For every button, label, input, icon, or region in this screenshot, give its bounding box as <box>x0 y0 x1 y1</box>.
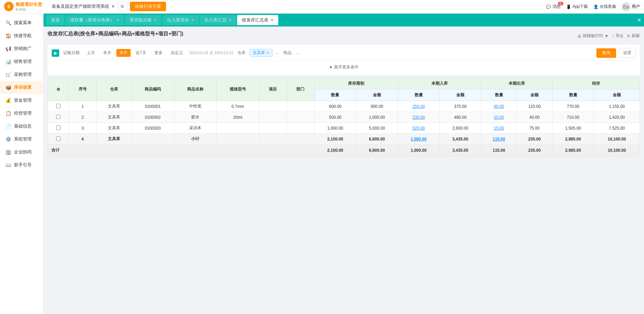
row-project <box>259 123 286 134</box>
row-open-qty: 600.00 <box>314 101 356 112</box>
tab-bar-right: ✕ <box>637 17 641 23</box>
online-service-action[interactable]: 👤 在线客服 <box>593 4 616 10</box>
row-out-qty[interactable]: 115.00 <box>481 134 516 145</box>
query-button[interactable]: 查询 <box>596 48 616 58</box>
tab-home-label: 首页 <box>51 17 60 23</box>
row-checkbox[interactable] <box>56 115 61 119</box>
row-warehouse: 文具库 <box>96 112 131 123</box>
content-area: 首页 现存量（库存分布表） ✕ 库存批次账 ✕ 出入库流水 ✕ 出入库汇总 ✕ … <box>44 14 644 314</box>
row-in-qty[interactable]: 1,000.00 <box>398 134 440 145</box>
row-out-qty[interactable]: 80.00 <box>481 101 516 112</box>
row-checkbox[interactable] <box>56 136 61 141</box>
product-more-icon[interactable]: ··· <box>296 50 300 56</box>
user-area[interactable]: Ea 用户 <box>622 2 640 11</box>
tab-inout-flow[interactable]: 出入库流水 ✕ <box>162 15 199 25</box>
sidebar-item-enterprise[interactable]: 🏢 企业协同 <box>0 146 43 159</box>
row-checkbox[interactable] <box>56 126 61 130</box>
col-open-stock-header: 库存期初 <box>314 78 398 89</box>
row-bal-qty: 2,985.00 <box>552 134 594 145</box>
row-out-qty[interactable]: 20.00 <box>481 112 516 123</box>
warehouse-tag[interactable]: 文具库 ✕ <box>250 49 273 57</box>
sidebar-item-guide[interactable]: 📖 新手引导 <box>0 159 43 171</box>
warehouse-tag-close[interactable]: ✕ <box>266 51 269 55</box>
tab-home[interactable]: 首页 <box>46 15 65 25</box>
row-checkbox[interactable] <box>48 123 69 134</box>
tab-close-inout-flow[interactable]: ✕ <box>191 18 194 22</box>
tab-close-inout-summary[interactable]: ✕ <box>229 18 232 22</box>
date-btn-more[interactable]: 更多 <box>151 49 166 57</box>
tab-recv-send-summary[interactable]: 收发存汇总表 ✕ <box>237 15 278 25</box>
row-checkbox[interactable] <box>48 134 69 145</box>
col-open-qty-header: 数量 <box>314 89 356 101</box>
filter-toggle[interactable]: ▶ <box>52 49 59 57</box>
row-out-qty[interactable]: 15.00 <box>481 123 516 134</box>
row-in-qty[interactable]: 230.00 <box>398 112 440 123</box>
tab-inout-summary[interactable]: 出入库汇总 ✕ <box>200 15 236 25</box>
tab-inventory-dist[interactable]: 现存量（库存分布表） ✕ <box>65 15 124 25</box>
table-row: 1文具库0100001中性笔0.7mm600.00900.00250.00375… <box>48 101 640 112</box>
sidebar-item-inventory[interactable]: 📦 库存核算 <box>0 81 43 94</box>
sidebar-item-quick-nav[interactable]: 🏠 快捷导航 <box>0 29 43 42</box>
col-bal-qty-header: 数量 <box>552 89 594 101</box>
message-action[interactable]: 💬 消息 6 <box>546 4 561 10</box>
row-open-amt: 1,000.00 <box>356 112 398 123</box>
sidebar-label-sales: 销售管理 <box>14 59 32 65</box>
warehouse-more-icon[interactable]: ··· <box>275 50 279 56</box>
sidebar-item-sales[interactable]: 📊 销售管理 <box>0 55 43 68</box>
row-dept <box>287 112 314 123</box>
tab-close-batch-ledger[interactable]: ✕ <box>154 18 157 22</box>
sidebar-item-operations[interactable]: 📋 经营管理 <box>0 107 43 120</box>
row-code: 0100001 <box>132 101 174 112</box>
avatar: Ea <box>622 2 630 11</box>
export-button[interactable]: ↑ 导出 <box>612 33 624 39</box>
col-settings-header[interactable]: ⚙ <box>48 78 69 101</box>
sidebar-item-search[interactable]: 🔍 搜索菜单 <box>0 16 43 29</box>
row-in-amt: 375.00 <box>440 101 481 112</box>
gear-button[interactable]: ⚙ <box>118 2 127 11</box>
row-in-qty[interactable]: 520.00 <box>398 123 440 134</box>
settings-button[interactable]: 设置 <box>619 48 636 58</box>
search-icon: 🔍 <box>5 20 11 26</box>
sidebar-item-marketing[interactable]: 📢 营销推广 <box>0 42 43 55</box>
row-checkbox[interactable] <box>48 112 69 123</box>
tab-close-recv-send-summary[interactable]: ✕ <box>270 18 274 22</box>
sidebar-item-basic-info[interactable]: 📄 基础信息 <box>0 120 43 133</box>
app-download-action[interactable]: 📱 App下载 <box>566 4 588 10</box>
date-btn-7days[interactable]: 近7天 <box>133 49 149 57</box>
refresh-button[interactable]: ↻ 刷新 <box>627 33 640 39</box>
row-project <box>259 101 286 112</box>
sidebar-item-purchase[interactable]: 🛒 采购管理 <box>0 68 43 81</box>
tab-batch-ledger[interactable]: 库存批次账 ✕ <box>125 15 162 25</box>
col-in-header: 本期入库 <box>398 78 481 89</box>
footer-bal-amt: 10,100.00 <box>594 145 640 156</box>
service-icon: 👤 <box>593 4 598 9</box>
row-checkbox[interactable] <box>48 101 69 112</box>
system-dropdown-icon[interactable]: ▼ <box>111 4 115 9</box>
row-open-qty: 500.00 <box>314 112 356 123</box>
col-name-header: 商品名称 <box>174 78 217 101</box>
row-checkbox[interactable] <box>56 104 61 108</box>
sidebar-item-system[interactable]: ⚙️ 系统管理 <box>0 133 43 146</box>
date-btn-last-month[interactable]: 上月 <box>84 49 98 57</box>
row-name: 胶水 <box>174 112 217 123</box>
date-btn-this-year[interactable]: 本年 <box>116 49 131 57</box>
logo-area: 6 畅捷通好生意 标准版 <box>4 2 42 12</box>
date-btn-custom[interactable]: 自定义 <box>168 49 186 57</box>
expand-conditions-button[interactable]: ▼ 展开更多条件 <box>325 63 363 71</box>
row-no: 4 <box>69 134 96 145</box>
date-btn-this-month[interactable]: 本月 <box>100 49 114 57</box>
trial-button[interactable]: 体验行业方案 <box>130 2 166 11</box>
row-dept <box>287 123 314 134</box>
guide-icon: 📖 <box>5 162 11 168</box>
row-in-qty[interactable]: 250.00 <box>398 101 440 112</box>
row-no: 3 <box>69 123 96 134</box>
warehouse-label: 仓库 <box>237 50 246 56</box>
close-all-button[interactable]: ✕ <box>637 17 641 23</box>
row-warehouse: 文具库 <box>96 101 131 112</box>
col-open-amt-header: 金额 <box>356 89 398 101</box>
tab-close-inventory-dist[interactable]: ✕ <box>116 18 119 22</box>
sidebar-item-finance[interactable]: 💰 资金管理 <box>0 94 43 107</box>
print-button[interactable]: 🖨 按模板打印 ▼ <box>577 33 609 39</box>
footer-open-qty: 2,100.00 <box>314 145 356 156</box>
row-spec <box>216 123 259 134</box>
